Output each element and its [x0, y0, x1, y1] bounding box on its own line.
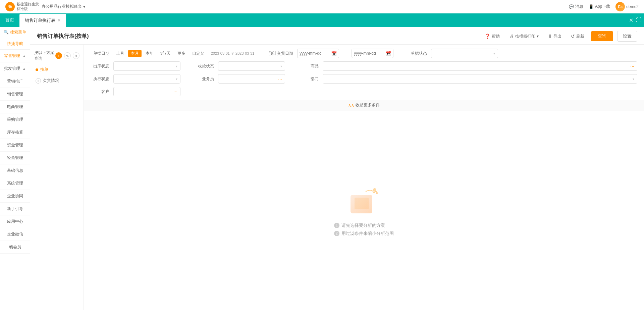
expand-icon-wholesale: ▲	[22, 67, 26, 70]
goods-dots-icon[interactable]: ···	[630, 63, 634, 69]
sidebar-item-finance[interactable]: 资金管理	[0, 139, 30, 152]
date-tab-custom[interactable]: 自定义	[190, 50, 207, 57]
dept-select[interactable]: ▾	[323, 74, 637, 84]
collapse-nav-button[interactable]: «	[73, 52, 79, 59]
svg-point-3	[376, 192, 378, 194]
sub-nav-item-by-order[interactable]: 按单	[30, 64, 84, 75]
status-dropdown-icon: ▾	[493, 52, 495, 55]
refresh-button[interactable]: ↺ 刷新	[568, 32, 587, 41]
out-stock-label: 出库状态	[91, 63, 109, 69]
sub-nav-item-by-credit[interactable]: ○ 欠货情况	[30, 75, 84, 86]
page-title: 销售订单执行表(按单)	[37, 33, 89, 40]
sidebar-item-marketing[interactable]: 营销推广	[0, 75, 30, 88]
export-button[interactable]: ⬇ 导出	[545, 32, 564, 41]
date-tab-this-month[interactable]: 本月	[128, 50, 142, 57]
content-area: 销售订单执行表(按单) ❓ 帮助 🖨 按模板打印 ▾ ⬇ 导出 ↺ 刷新	[30, 27, 644, 310]
breadcrumb-dropdown[interactable]: ▾	[83, 4, 85, 9]
date-label: 单据日期	[91, 51, 109, 56]
sidebar-item-member[interactable]: 畅会员	[0, 241, 30, 254]
sub-nav-icons: + ✎ «	[55, 52, 79, 59]
sidebar-item-enterprise[interactable]: 企业协同	[0, 190, 30, 203]
edit-scheme-button[interactable]: ✎	[64, 52, 71, 59]
sidebar-item-operations[interactable]: 经营管理	[0, 152, 30, 164]
window-close-icon[interactable]: ✕	[629, 17, 633, 23]
dept-label: 部门	[300, 76, 319, 82]
svg-rect-1	[355, 198, 369, 209]
collection-dropdown-icon: ▾	[280, 64, 282, 68]
search-icon: 🔍	[4, 30, 9, 35]
sidebar-item-weixin[interactable]: 企业微信	[0, 228, 30, 241]
empty-illustration	[344, 185, 384, 218]
page-actions: ❓ 帮助 🖨 按模板打印 ▾ ⬇ 导出 ↺ 刷新 查询 设置	[482, 31, 637, 42]
collapse-bar[interactable]: ∧∧ 收起更多条件	[84, 100, 644, 111]
filter-content: 单据日期 上月 本月 本年 近7天 更多 自定义 2023-03-01 至 20…	[84, 45, 644, 310]
status-select[interactable]: ▾	[431, 49, 498, 58]
expected-date-start-wrap: 📅	[297, 49, 339, 58]
header-left: 畅 畅捷通好生意 标准版 办公用品行业模拟账套 ▾	[5, 2, 85, 11]
dept-dropdown-icon: ▾	[633, 77, 634, 81]
sidebar-item-retail[interactable]: 零售管理 ▲	[0, 50, 30, 62]
exec-select[interactable]: ▾	[113, 74, 180, 84]
calendar-end-icon[interactable]: 📅	[385, 51, 391, 56]
salesman-select[interactable]: ···	[218, 74, 285, 84]
collapse-up-icon: ∧∧	[348, 103, 354, 108]
out-stock-select[interactable]: ▾	[113, 61, 180, 71]
sub-nav: 按以下方案查询 + ✎ « 按单 ○ 欠货情况	[30, 45, 84, 310]
date-tab-this-year[interactable]: 本年	[143, 50, 156, 57]
message-icon: 💬	[569, 4, 574, 9]
expected-date-end-wrap: 📅	[352, 49, 393, 58]
top-header: 畅 畅捷通好生意 标准版 办公用品行业模拟账套 ▾ 💬 消息 📱 App下载 E…	[0, 0, 644, 13]
goods-select[interactable]: ···	[323, 61, 637, 71]
sidebar-item-newuser[interactable]: 新手引导	[0, 203, 30, 215]
date-tab-more[interactable]: 更多	[175, 50, 188, 57]
set-button[interactable]: 设置	[617, 31, 637, 42]
fullscreen-icon[interactable]: ⛶	[636, 17, 641, 23]
expected-date-end-input[interactable]	[354, 51, 384, 56]
sidebar-item-sales[interactable]: 销售管理	[0, 88, 30, 101]
sidebar-item-ecommerce[interactable]: 电商管理	[0, 101, 30, 113]
date-tabs: 上月 本月 本年 近7天 更多 自定义	[113, 50, 207, 57]
sidebar-item-inventory[interactable]: 库存核算	[0, 126, 30, 139]
add-scheme-button[interactable]: +	[55, 52, 62, 59]
tab-home[interactable]: 首页	[0, 13, 19, 27]
main-container: 🔍 搜索菜单 快捷导航 零售管理 ▲ 批发管理 ▲ 营销推广 销售管理 电商管理…	[0, 27, 644, 310]
collection-select[interactable]: ▾	[218, 61, 285, 71]
print-dropdown-icon[interactable]: ▾	[537, 34, 539, 39]
sidebar-quick-nav[interactable]: 快捷导航	[0, 38, 30, 50]
date-tab-last-month[interactable]: 上月	[113, 50, 127, 57]
sidebar-item-purchase[interactable]: 采购管理	[0, 113, 30, 126]
sidebar-item-appcenter[interactable]: 应用中心	[0, 215, 30, 228]
tab-close-icon[interactable]: ✕	[57, 18, 61, 23]
app-download-button[interactable]: 📱 App下载	[589, 4, 610, 9]
collection-label: 收款状态	[195, 63, 214, 69]
expected-date-label: 预计交货日期	[269, 51, 293, 56]
date-separator: —	[343, 51, 347, 56]
customer-label: 客户	[91, 89, 109, 95]
page-header: 销售订单执行表(按单) ❓ 帮助 🖨 按模板打印 ▾ ⬇ 导出 ↺ 刷新	[30, 27, 644, 45]
help-button[interactable]: ❓ 帮助	[482, 32, 502, 41]
message-button[interactable]: 💬 消息	[569, 4, 583, 9]
sidebar-item-base[interactable]: 基础信息	[0, 164, 30, 177]
query-button[interactable]: 查询	[591, 31, 613, 41]
empty-box-svg	[347, 187, 381, 217]
sidebar-item-system[interactable]: 系统管理	[0, 177, 30, 190]
expected-date-start-input[interactable]	[300, 51, 330, 56]
filter-row-date: 单据日期 上月 本月 本年 近7天 更多 自定义 2023-03-01 至 20…	[84, 45, 644, 100]
exec-dropdown-icon: ▾	[176, 77, 177, 81]
empty-text: 1 请先选择要分析的方案 2 用过滤条件来缩小分析范围	[334, 222, 394, 237]
print-button[interactable]: 🖨 按模板打印 ▾	[506, 32, 541, 41]
work-area: 按以下方案查询 + ✎ « 按单 ○ 欠货情况	[30, 45, 644, 310]
salesman-dots-icon[interactable]: ···	[278, 76, 282, 82]
customer-dots-icon[interactable]: ···	[173, 89, 177, 94]
customer-select[interactable]: ···	[113, 87, 180, 96]
download-icon: 📱	[589, 4, 594, 9]
sidebar-search[interactable]: 🔍 搜索菜单	[0, 27, 30, 38]
user-menu[interactable]: Ea demo2	[615, 2, 639, 11]
date-tab-7days[interactable]: 近7天	[158, 50, 173, 57]
sidebar-item-wholesale[interactable]: 批发管理 ▲	[0, 62, 30, 75]
logo-text: 畅捷通好生意 标准版	[17, 2, 39, 11]
refresh-icon: ↺	[571, 34, 575, 39]
calendar-start-icon[interactable]: 📅	[331, 51, 337, 56]
print-icon: 🖨	[509, 34, 514, 39]
tab-sales-order[interactable]: 销售订单执行表 ✕	[19, 14, 66, 27]
